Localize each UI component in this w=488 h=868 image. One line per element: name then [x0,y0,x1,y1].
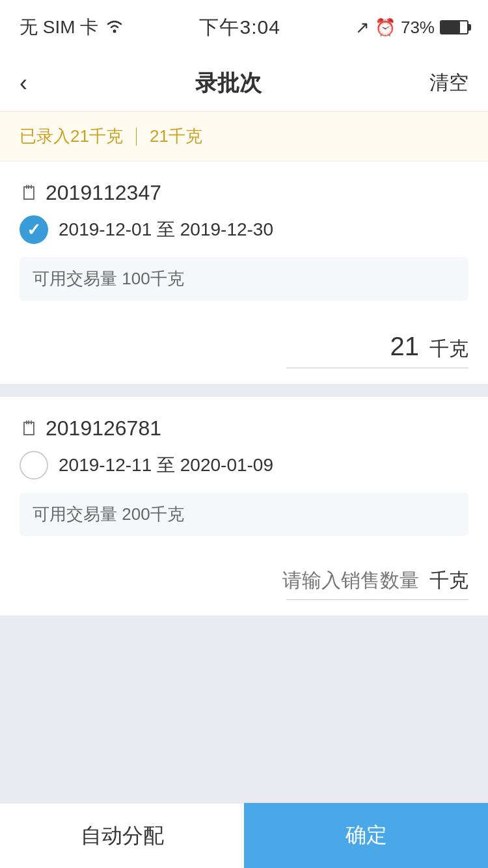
avail-box-1: 可用交易量 100千克 [20,257,468,301]
qty-input-2[interactable] [224,569,419,591]
batch-card-1: 🗒 2019112347 2019-12-01 至 2019-12-30 可用交… [0,161,488,384]
back-button[interactable]: ‹ [20,70,27,97]
info-banner: 已录入21千克 21千克 [0,112,488,161]
card1-date-row[interactable]: 2019-12-01 至 2019-12-30 [20,215,468,244]
qty-unit-1: 千克 [429,336,468,362]
qty-unit-2: 千克 [429,567,468,594]
card1-title-row: 🗒 2019112347 [20,181,468,205]
batch-card-2: 🗒 2019126781 2019-12-11 至 2020-01-09 可用交… [0,397,488,616]
confirm-button[interactable]: 确定 [244,803,488,868]
date-range-2: 2019-12-11 至 2020-01-09 [59,453,273,478]
batch-id-2: 2019126781 [46,416,161,441]
card2-title-row: 🗒 2019126781 [20,416,468,441]
svg-point-0 [113,30,116,33]
qty-value-1: 21 [390,332,420,361]
nav-bar: ‹ 录批次 清空 [0,55,488,112]
status-left: 无 SIM 卡 [20,15,124,40]
page-title: 录批次 [195,68,262,98]
radio-unchecked-2[interactable] [20,451,48,480]
batch-id-1: 2019112347 [46,181,161,205]
qty-input-row: 千克 [0,552,488,599]
clear-button[interactable]: 清空 [429,70,468,96]
carrier-text: 无 SIM 卡 [20,15,98,40]
date-range-1: 2019-12-01 至 2019-12-30 [59,217,273,242]
battery-icon [440,20,468,34]
qty-underline-row-1 [0,368,488,384]
card2-date-row[interactable]: 2019-12-11 至 2020-01-09 [20,451,468,480]
document-icon-1: 🗒 [20,182,39,204]
alarm-icon: ⏰ [375,18,396,38]
status-right: ↗ ⏰ 73% [355,18,468,38]
qty-filled-row: 21 千克 [0,316,488,368]
avail-box-2: 可用交易量 200千克 [20,493,468,536]
bottom-bar: 自动分配 确定 [0,803,488,868]
wifi-icon [105,17,124,38]
location-icon: ↗ [355,18,370,38]
radio-checked-1[interactable] [20,215,48,244]
info-divider [136,128,137,146]
document-icon-2: 🗒 [20,418,39,440]
recorded-value: 21千克 [150,125,202,148]
status-bar: 无 SIM 卡 下午3:04 ↗ ⏰ 73% [0,0,488,55]
section-divider-1 [0,384,488,397]
status-time: 下午3:04 [199,14,280,41]
auto-distribute-button[interactable]: 自动分配 [0,803,244,868]
battery-percent: 73% [401,18,435,38]
qty-underline-row-2 [0,599,488,616]
recorded-label: 已录入21千克 [20,125,123,148]
